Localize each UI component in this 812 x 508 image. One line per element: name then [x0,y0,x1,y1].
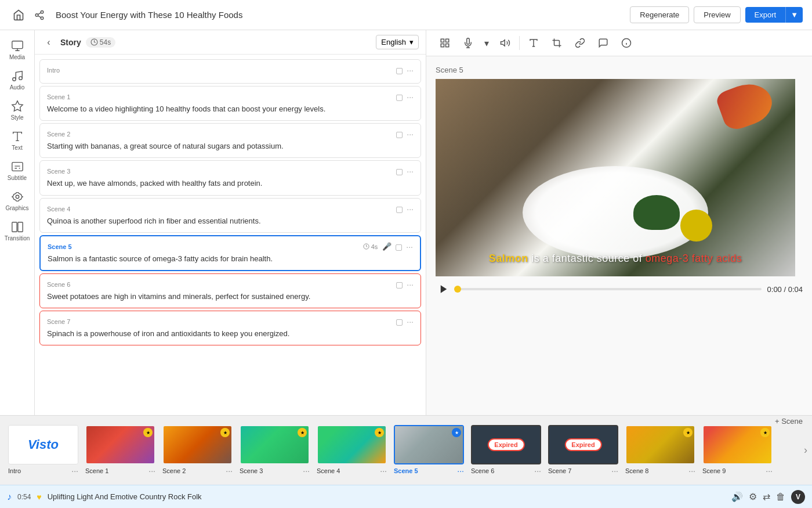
filmstrip-scene4[interactable]: ★ Scene 4 ··· [313,423,390,478]
svg-rect-5 [12,41,22,49]
comment-icon-4[interactable]: ▢ [396,204,403,214]
filmstrip-s9-dots[interactable]: ··· [766,466,773,475]
comment-icon-5[interactable]: ▢ [395,242,403,251]
mic-toolbar-icon[interactable] [459,34,477,52]
filmstrip-s2-dots[interactable]: ··· [226,466,233,475]
filmstrip-s2-label-row: Scene 2 ··· [162,466,233,475]
link-icon[interactable] [571,34,589,52]
filmstrip-scene3[interactable]: ★ Scene 3 ··· [236,423,313,478]
scene-card-7[interactable]: Scene 7 ▢ ··· Spinach is a powerhouse of… [39,311,421,345]
share-button[interactable] [30,6,49,24]
comment-toolbar-icon[interactable] [594,34,612,52]
scene-card-4[interactable]: Scene 4 ▢ ··· Quinoa is another superfoo… [39,198,421,233]
scene-4-icons: ▢ ··· [396,204,414,214]
regenerate-button[interactable]: Regenerate [630,6,689,23]
filmstrip-scene7[interactable]: Expired Scene 7 ··· [545,423,622,478]
sidebar-item-graphics[interactable]: Graphics [0,186,34,216]
filmstrip-scene1[interactable]: ★ Scene 1 ··· [82,423,159,478]
filmstrip-scene9[interactable]: ★ Scene 9 ··· [699,423,776,478]
filmstrip-s1-dots[interactable]: ··· [148,466,155,475]
sidebar-item-style[interactable]: Style [0,95,34,125]
scene-3-text: Next up, we have almonds, packed with he… [47,178,414,189]
filmstrip-s7-dots[interactable]: ··· [611,466,618,475]
more-icon-4[interactable]: ··· [407,204,414,214]
home-button[interactable] [9,6,28,24]
filmstrip-s8-dots[interactable]: ··· [688,466,695,475]
audio-delete-icon[interactable]: 🗑 [776,492,785,502]
scene-card-1[interactable]: Scene 1 ▢ ··· Welcome to a video highlig… [39,86,421,121]
filmstrip-s5-label: Scene 5 [394,467,418,474]
filmstrip-s3-label: Scene 3 [240,467,263,474]
scene-intro-icons: ▢ ··· [396,66,414,75]
layout-icon[interactable] [436,34,454,52]
more-icon-6[interactable]: ··· [407,280,414,289]
comment-icon[interactable]: ▢ [396,66,403,75]
scene-card-intro[interactable]: Intro ▢ ··· [39,59,421,84]
add-scene-label: + Scene [775,417,803,426]
sidebar-item-media[interactable]: Media [0,35,34,65]
sidebar-item-subtitle[interactable]: Subtitle [0,156,34,186]
more-icon-1[interactable]: ··· [407,92,414,102]
crop-icon[interactable] [548,34,566,52]
audio-shuffle-icon[interactable]: ⇄ [763,491,770,502]
add-scene-button[interactable]: + Scene [775,417,803,426]
more-icon[interactable]: ··· [407,66,414,75]
scene-card-6[interactable]: Scene 6 ▢ ··· Sweet potatoes are high in… [39,273,421,308]
more-icon-7[interactable]: ··· [407,317,414,326]
filmstrip-s6-dots[interactable]: ··· [534,466,541,475]
info-icon[interactable] [617,34,636,52]
collapse-button[interactable]: ‹ [42,35,56,49]
filmstrip-s6-label-row: Scene 6 ··· [471,466,541,475]
filmstrip-s3-dots[interactable]: ··· [303,466,310,475]
s5-badge: ★ [452,428,461,437]
sidebar-graphics-label: Graphics [5,205,28,211]
mic-icon-5[interactable]: 🎤 [382,242,392,251]
export-caret[interactable]: ▼ [785,7,803,23]
duration-value: 54s [100,38,111,46]
scenes-list: Intro ▢ ··· Scene 1 ▢ ··· Welcome to a v… [35,55,426,415]
s9-badge: ★ [760,428,770,437]
filmstrip-s5-label-row: Scene 5 ··· [394,466,464,475]
story-title: Story [60,38,81,47]
sidebar-item-transition[interactable]: Transition [0,216,34,246]
filmstrip-s4-dots[interactable]: ··· [380,466,387,475]
sidebar-item-text[interactable]: Text [0,125,34,156]
scene-card-5[interactable]: Scene 5 4s 🎤 ▢ ··· Salmon is a fantastic… [39,235,421,271]
preview-button[interactable]: Preview [694,6,740,23]
audio-mix-icon[interactable]: ⚙ [749,491,757,502]
filmstrip-intro-dots[interactable]: ··· [71,466,78,475]
filmstrip-scene5[interactable]: ★ Scene 5 ··· [390,423,467,478]
audio-logo-text: V [796,493,800,501]
more-icon-3[interactable]: ··· [407,167,414,176]
scene-1-label: Scene 1 [47,93,396,100]
export-button[interactable]: Export [745,7,786,23]
progress-bar[interactable] [458,288,762,290]
audio-volume-icon[interactable]: 🔊 [731,491,743,502]
more-icon-2[interactable]: ··· [407,129,414,139]
scene-7-label: Scene 7 [47,318,396,325]
video-controls: 0:00 / 0:04 [436,276,803,297]
filmstrip-intro-label: Intro [8,467,21,474]
language-selector[interactable]: English ▾ [376,35,419,49]
scene-card-3[interactable]: Scene 3 ▢ ··· Next up, we have almonds, … [39,160,421,195]
filmstrip-scene8[interactable]: ★ Scene 8 ··· [622,423,699,478]
comment-icon-3[interactable]: ▢ [396,167,403,176]
filmstrip-scene2[interactable]: ★ Scene 2 ··· [159,423,236,478]
play-button[interactable] [436,281,452,297]
scene-card-2[interactable]: Scene 2 ▢ ··· Starting with bananas, a g… [39,123,421,158]
filmstrip-scene6[interactable]: Expired Scene 6 ··· [467,423,545,478]
comment-icon-7[interactable]: ▢ [396,317,403,326]
volume-icon[interactable] [496,34,514,52]
comment-icon-2[interactable]: ▢ [396,129,403,139]
text-icon[interactable] [524,34,543,52]
mic-caret-icon[interactable]: ▾ [482,34,491,52]
filmstrip-s5-dots[interactable]: ··· [457,466,464,475]
more-icon-5[interactable]: ··· [406,242,413,251]
filmstrip-s6-thumb: Expired [471,425,541,464]
video-preview: Salmon is a fantastic source of omega-3 … [436,79,795,276]
filmstrip-intro[interactable]: Visto Intro ··· [5,423,82,478]
comment-icon-6[interactable]: ▢ [396,280,403,289]
sidebar-item-audio[interactable]: Audio [0,65,34,95]
filmstrip-scroll-right[interactable]: › [804,444,807,456]
comment-icon-1[interactable]: ▢ [396,92,403,102]
